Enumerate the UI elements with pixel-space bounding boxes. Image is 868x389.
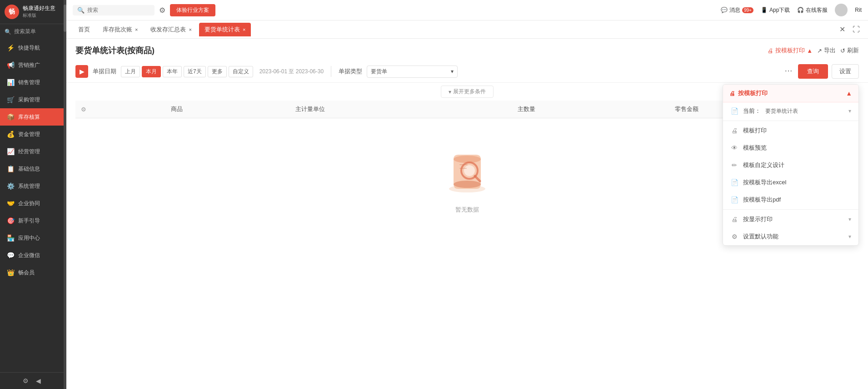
headset-icon: 🎧 [797, 7, 804, 13]
table-settings-icon[interactable]: ⚙ [81, 106, 86, 113]
template-print-button[interactable]: 🖨 按模板打印 ▲ [768, 46, 813, 55]
sidebar-item-marketing[interactable]: 📢 营销推广 [0, 56, 64, 74]
refresh-icon: ↺ [840, 47, 845, 54]
message-badge: 99+ [742, 7, 753, 13]
current-template-item[interactable]: 📄 当前： 要货单统计表 ▾ [723, 102, 858, 120]
marketing-icon: 📢 [6, 61, 15, 69]
tab-expand-icon[interactable]: ⛶ [851, 25, 862, 35]
trial-button[interactable]: 体验行业方案 [170, 4, 215, 16]
sidebar-item-system[interactable]: ⚙️ 系统管理 [0, 177, 64, 195]
template-print-icon: 🖨 [730, 127, 738, 134]
operations-icon: 📈 [6, 147, 15, 156]
sidebar-item-collab[interactable]: 🤝 企业协同 [0, 195, 64, 212]
svg-point-2 [454, 181, 481, 188]
table-col-goods: 商品 [165, 101, 290, 118]
topbar-right: 💬 消息 99+ 📱 App下载 🎧 在线客服 Rit [721, 4, 862, 16]
empty-text: 暂无数据 [455, 206, 479, 214]
sidebar-item-guide[interactable]: 🎯 新手引导 [0, 212, 64, 229]
quick-nav-icon: ⚡ [6, 44, 15, 52]
tab-home[interactable]: 首页 [73, 23, 95, 36]
tab-close-all-icon[interactable]: ✕ [838, 24, 847, 35]
expand-filters-button[interactable]: ▾ 展开更多条件 [441, 86, 494, 98]
dropdown-item-preview[interactable]: 👁 模板预览 [723, 139, 858, 157]
sidebar-item-purchase[interactable]: 🛒 采购管理 [0, 91, 64, 108]
avatar[interactable] [835, 4, 848, 16]
display-chevron: ▾ [848, 216, 851, 222]
sidebar-item-quick-nav[interactable]: ⚡ 快捷导航 [0, 39, 64, 56]
gear-icon[interactable]: ⚙ [159, 6, 165, 15]
table-col-setting[interactable]: ⚙ [75, 101, 165, 118]
tab-close-order-stats[interactable]: × [243, 27, 245, 32]
appstore-icon: 🏪 [6, 234, 15, 242]
dropdown-item-pdf[interactable]: 📄 按模板导出pdf [723, 191, 858, 208]
type-select[interactable]: 要货单 ▾ [367, 66, 458, 78]
dropdown-chevron-up[interactable]: ▲ [846, 90, 852, 97]
filter-bar: ▶ 单据日期 上月 本月 本年 近7天 更多 自定义 2023-06-01 至 … [66, 61, 868, 83]
date-last-month[interactable]: 上月 [121, 66, 140, 77]
template-print-dropdown: 🖨 按模板打印 ▲ 📄 当前： 要货单统计表 ▾ [723, 84, 859, 246]
sidebar-search-label: 搜索菜单 [14, 28, 36, 35]
settings-button[interactable]: 设置 [832, 64, 859, 79]
chevron-up-icon: ▲ [807, 47, 813, 54]
sidebar-item-finance[interactable]: 💰 资金管理 [0, 126, 64, 143]
dropdown-item-display-print[interactable]: 🖨 按显示打印 ▾ [723, 211, 858, 228]
query-button[interactable]: 查询 [798, 64, 828, 79]
refresh-button[interactable]: ↺ 刷新 [840, 46, 859, 55]
app-download-button[interactable]: 📱 App下载 [761, 6, 790, 14]
messages-button[interactable]: 💬 消息 99+ [721, 6, 753, 14]
pdf-icon: 📄 [730, 196, 738, 203]
sidebar-logo: 畅 畅康通好生意 标准版 [0, 0, 64, 24]
date-this-month[interactable]: 本月 [142, 66, 161, 77]
tab-batch-account[interactable]: 库存批次账 × [97, 23, 143, 36]
tab-close-summary[interactable]: × [189, 27, 191, 32]
dropdown-item-excel[interactable]: 📄 按模板导出excel [723, 174, 858, 191]
dropdown-item-print[interactable]: 🖨 模板打印 [723, 122, 858, 139]
tab-order-stats[interactable]: 要货单统计表 × [199, 23, 251, 36]
sidebar-item-appstore[interactable]: 🏪 应用中心 [0, 229, 64, 247]
dropdown-item-set-default[interactable]: ⚙ 设置默认功能 ▾ [723, 228, 858, 245]
inventory-icon: 📦 [6, 113, 15, 121]
sidebar-item-wechat[interactable]: 💬 企业微信 [0, 247, 64, 264]
filter-right-buttons: … 查询 设置 [784, 64, 859, 79]
export-button[interactable]: ↗ 导出 [817, 46, 836, 55]
collapse-icon[interactable]: ◀ [36, 377, 41, 384]
topbar-search-icon: 🔍 [77, 7, 85, 14]
search-input[interactable] [87, 7, 142, 13]
filter-toggle-btn[interactable]: ▶ [75, 65, 88, 78]
printer-icon-dropdown: 🖨 [729, 90, 735, 97]
settings-icon[interactable]: ⚙ [23, 377, 29, 384]
sidebar-item-basic[interactable]: 📋 基础信息 [0, 160, 64, 177]
date-more[interactable]: 更多 [208, 66, 227, 77]
sidebar-item-sales[interactable]: 📊 销售管理 [0, 74, 64, 91]
excel-icon: 📄 [730, 179, 738, 186]
sidebar-search[interactable]: 🔍 搜索菜单 [0, 24, 64, 39]
sidebar-item-inventory[interactable]: 📦 库存核算 [0, 108, 64, 126]
date-custom[interactable]: 自定义 [229, 66, 253, 77]
tab-summary[interactable]: 收发存汇总表 × [145, 23, 197, 36]
date-last-7days[interactable]: 近7天 [184, 66, 206, 77]
date-label: 单据日期 [93, 67, 116, 76]
sidebar: 畅 畅康通好生意 标准版 🔍 搜索菜单 ⚡ 快捷导航 📢 营销推广 📊 销售管理… [0, 0, 64, 389]
expand-icon: ▾ [449, 89, 451, 95]
sidebar-item-operations[interactable]: 📈 经营管理 [0, 143, 64, 160]
more-options-icon[interactable]: … [784, 64, 793, 79]
page-inner: 要货单统计表(按商品) 🖨 按模板打印 ▲ ↗ 导出 ↺ 刷新 [66, 39, 868, 389]
set-default-icon: ⚙ [730, 233, 738, 240]
topbar-search-box[interactable]: 🔍 [73, 5, 155, 15]
online-service-button[interactable]: 🎧 在线客服 [797, 6, 828, 14]
table-col-quantity: 主数量 [512, 101, 669, 118]
date-this-year[interactable]: 本年 [163, 66, 182, 77]
tab-close-batch[interactable]: × [135, 27, 138, 32]
member-icon: 👑 [6, 268, 15, 277]
sidebar-item-member[interactable]: 👑 畅会员 [0, 264, 64, 281]
page-actions: 🖨 按模板打印 ▲ ↗ 导出 ↺ 刷新 [768, 46, 859, 55]
sidebar-nav: ⚡ 快捷导航 📢 营销推广 📊 销售管理 🛒 采购管理 📦 库存核算 💰 资金管… [0, 39, 64, 372]
table-col-unit: 主计量单位 [290, 101, 512, 118]
page-header: 要货单统计表(按商品) 🖨 按模板打印 ▲ ↗ 导出 ↺ 刷新 [66, 39, 868, 61]
tabbar-controls: ✕ ⛶ [838, 24, 862, 35]
message-icon: 💬 [721, 7, 728, 13]
collab-icon: 🤝 [6, 199, 15, 207]
svg-point-1 [454, 156, 481, 163]
dropdown-item-design[interactable]: ✏ 模板自定义设计 [723, 157, 858, 174]
export-icon: ↗ [817, 47, 822, 54]
